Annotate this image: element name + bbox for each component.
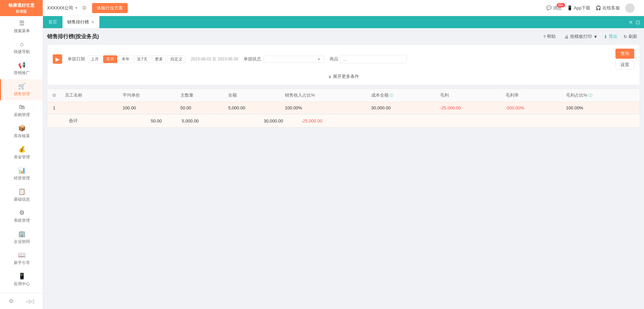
message-badge: 99+ bbox=[557, 3, 565, 7]
date-btn-自定义[interactable]: 自定义 bbox=[167, 55, 185, 63]
date-btn-本年[interactable]: 本年 bbox=[119, 55, 133, 63]
sidebar-label-marketing: 营销推广 bbox=[14, 70, 30, 76]
sidebar-icon-app-center: 📱 bbox=[18, 272, 26, 280]
filter-bar: ▶ 单据日期 上月本月本年近7天更多自定义 2023-06-01 至 2023-… bbox=[47, 44, 640, 85]
sidebar-label-system: 系统管理 bbox=[14, 218, 30, 223]
settings-footer-icon[interactable]: ⚙ bbox=[9, 298, 13, 304]
sidebar: 畅康通好生意 标准版 ☰ 搜索菜单 ⌂ 快捷导航 📢 营销推广 🛒 销售管理 🛍… bbox=[0, 0, 43, 309]
date-btn-近7天[interactable]: 近7天 bbox=[134, 55, 151, 63]
print-button[interactable]: 🖨 按模板打印 ▼ bbox=[562, 32, 600, 41]
refresh-button[interactable]: ↻ 刷新 bbox=[621, 32, 640, 41]
sidebar-item-wechat[interactable]: 💬 企业微信 bbox=[0, 290, 43, 293]
sidebar-label-finance: 资金管理 bbox=[14, 154, 30, 160]
page-title: 销售排行榜(按业务员) bbox=[47, 33, 99, 40]
sidebar-item-app-center[interactable]: 📱 应用中心 bbox=[0, 269, 43, 290]
goods-input[interactable] bbox=[340, 55, 407, 63]
window-close-icon[interactable]: ✕ bbox=[629, 19, 633, 25]
sidebar-item-sales[interactable]: 🛒 销售管理 bbox=[0, 79, 43, 100]
sidebar-icon-quick-nav: ⌂ bbox=[20, 41, 24, 48]
filter-status: 单据状态 ▼ bbox=[244, 56, 324, 63]
help-button[interactable]: ? 帮助 bbox=[541, 32, 558, 41]
sidebar-item-system[interactable]: ⚙ 系统管理 bbox=[0, 206, 43, 227]
header-right: 💬 消息 99+ 📱 App下载 🎧 在线客服 bbox=[546, 3, 640, 13]
sidebar-item-basic-info[interactable]: 📋 基础信息 bbox=[0, 185, 43, 206]
col-avg-price: 平均单价 bbox=[119, 89, 176, 102]
tab-label: 销售排行榜 bbox=[67, 19, 89, 25]
cell-qty: 50.00 bbox=[176, 102, 224, 114]
company-name: XXXXXX公司 bbox=[47, 5, 73, 11]
sidebar-icon-system: ⚙ bbox=[19, 209, 25, 216]
filter-expand-arrow[interactable]: ▶ bbox=[53, 54, 62, 64]
filter-row: ▶ 单据日期 上月本月本年近7天更多自定义 2023-06-01 至 2023-… bbox=[53, 49, 634, 69]
sidebar-item-purchase[interactable]: 🛍 采购管理 bbox=[0, 100, 43, 121]
date-btn-本月[interactable]: 本月 bbox=[103, 55, 117, 63]
sidebar-label-app-center: 应用中心 bbox=[14, 281, 30, 287]
export-button[interactable]: ⬇ 导出 bbox=[604, 34, 617, 40]
date-label: 单据日期 bbox=[68, 56, 85, 62]
sidebar-item-finance[interactable]: 💰 资金管理 bbox=[0, 142, 43, 163]
status-select[interactable]: ▼ bbox=[264, 56, 324, 63]
col-employee: 员工名称 bbox=[61, 89, 119, 102]
app-icon: 📱 bbox=[567, 5, 572, 10]
window-controls: ✕ ⊡ bbox=[625, 19, 644, 25]
header-gear-icon[interactable]: ⚙ bbox=[82, 5, 87, 11]
page-container: 销售排行榜(按业务员) ? 帮助 🖨 按模板打印 ▼ ⬇ 导出 ↻ 刷新 bbox=[43, 28, 644, 132]
expand-label: 展开更多条件 bbox=[333, 73, 359, 80]
filter-goods: 商品 bbox=[330, 55, 407, 63]
sidebar-label-search-order: 搜索菜单 bbox=[14, 28, 30, 34]
sidebar-item-beginner[interactable]: 📖 新手引导 bbox=[0, 248, 43, 269]
avatar[interactable] bbox=[625, 3, 635, 13]
page-title-bar: 销售排行榜(按业务员) ? 帮助 🖨 按模板打印 ▼ ⬇ 导出 ↻ 刷新 bbox=[47, 32, 640, 41]
col-index: ⚙ bbox=[47, 89, 61, 102]
tab-home[interactable]: 首页 bbox=[43, 16, 62, 28]
cell-employee bbox=[61, 102, 119, 114]
sidebar-item-enterprise[interactable]: 🏢 企业协同 bbox=[0, 227, 43, 248]
collapse-icon[interactable]: ◁◁ bbox=[26, 298, 34, 304]
cell-gross-rate: -500.00% bbox=[502, 102, 562, 114]
print-arrow-icon: ▼ bbox=[593, 34, 598, 39]
trial-button[interactable]: 体验行业方案 bbox=[92, 3, 128, 13]
cell-gross: -25,000.00 bbox=[436, 102, 502, 114]
date-btn-上月[interactable]: 上月 bbox=[88, 55, 102, 63]
sidebar-item-inventory[interactable]: 📦 库存核算 bbox=[0, 121, 43, 142]
table-body: 1 100.00 50.00 5,000.00 100.00% 30,000.0… bbox=[47, 102, 640, 114]
sidebar-label-inventory: 库存核算 bbox=[14, 133, 30, 139]
sidebar-label-purchase: 采购管理 bbox=[14, 112, 30, 118]
ranking-table: ⚙ 员工名称 平均单价 主数量 全额 销售收入占比% 成本全额 ⓘ 毛利 毛利率 bbox=[47, 89, 640, 114]
footer-amount: 5,000.00 bbox=[182, 118, 215, 123]
sidebar-item-quick-nav[interactable]: ⌂ 快捷导航 bbox=[0, 37, 43, 58]
sidebar-item-search-order[interactable]: ☰ 搜索菜单 bbox=[0, 16, 43, 37]
settings-button[interactable]: 设置 bbox=[615, 60, 634, 69]
query-button[interactable]: 查询 bbox=[615, 49, 634, 59]
cell-gross-pct: 100.00% bbox=[562, 102, 640, 114]
message-button[interactable]: 💬 消息 99+ bbox=[546, 5, 562, 11]
table-footer: 合计 50.00 5,000.00 30,000.00 -25,000.00 bbox=[47, 114, 640, 127]
column-settings-icon[interactable]: ⚙ bbox=[52, 93, 56, 98]
service-icon: 🎧 bbox=[596, 5, 601, 10]
sidebar-icon-inventory: 📦 bbox=[18, 124, 26, 132]
app-download-button[interactable]: 📱 App下载 bbox=[567, 5, 590, 11]
logo-main: 畅康通好生意 bbox=[8, 2, 35, 8]
tab-sales-ranking[interactable]: 销售排行榜 ✕ bbox=[62, 16, 99, 28]
cell-cost: 30,000.00 bbox=[367, 102, 436, 114]
table-header: ⚙ 员工名称 平均单价 主数量 全额 销售收入占比% 成本全额 ⓘ 毛利 毛利率 bbox=[47, 89, 640, 102]
online-service-button[interactable]: 🎧 在线客服 bbox=[596, 5, 620, 11]
sidebar-item-marketing[interactable]: 📢 营销推广 bbox=[0, 58, 43, 79]
expand-more-button[interactable]: ∨ 展开更多条件 bbox=[328, 72, 359, 81]
refresh-label: 刷新 bbox=[629, 34, 637, 40]
filter-date: 单据日期 上月本月本年近7天更多自定义 2023-06-01 至 2023-06… bbox=[68, 55, 238, 63]
help-label: 帮助 bbox=[547, 34, 556, 40]
sidebar-icon-finance: 💰 bbox=[18, 146, 26, 153]
help-icon: ? bbox=[543, 34, 546, 39]
header: XXXXXX公司 ▼ ⚙ 体验行业方案 💬 消息 99+ 📱 App下载 🎧 在… bbox=[43, 0, 644, 16]
window-restore-icon[interactable]: ⊡ bbox=[636, 19, 640, 25]
date-range: 2023-06-01 至 2023-06-30 bbox=[191, 56, 238, 62]
sidebar-item-operations[interactable]: 📊 经营管理 bbox=[0, 163, 43, 185]
cell-sales-pct: 100.00% bbox=[281, 102, 367, 114]
date-btn-更多[interactable]: 更多 bbox=[152, 55, 166, 63]
tab-close-icon[interactable]: ✕ bbox=[91, 20, 94, 24]
sidebar-icon-marketing: 📢 bbox=[18, 61, 26, 69]
table-row: 1 100.00 50.00 5,000.00 100.00% 30,000.0… bbox=[47, 102, 640, 114]
company-selector[interactable]: XXXXXX公司 ▼ bbox=[47, 5, 78, 11]
filter-more-row: ∨ 展开更多条件 bbox=[53, 72, 634, 81]
